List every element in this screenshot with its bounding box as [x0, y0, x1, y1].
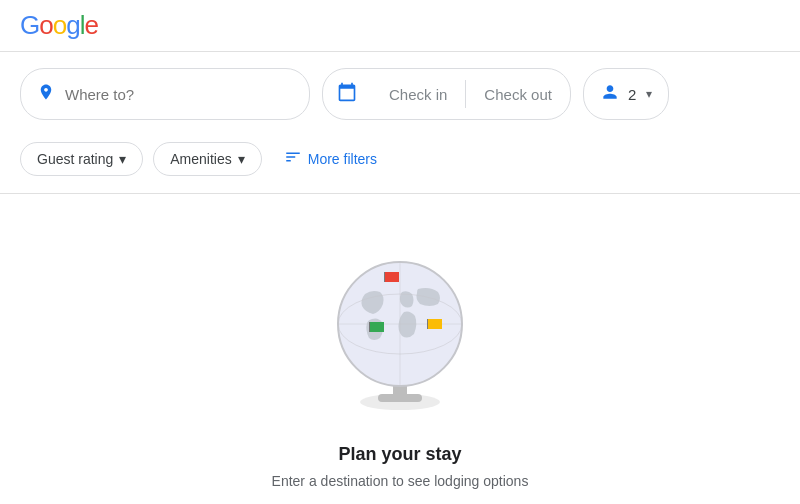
- main-content: Plan your stay Enter a destination to se…: [0, 194, 800, 489]
- plan-title: Plan your stay: [338, 444, 461, 465]
- logo-g2: g: [66, 10, 79, 41]
- filter-lines-icon: [284, 148, 302, 169]
- checkout-section[interactable]: Check out: [466, 69, 570, 119]
- more-filters-label: More filters: [308, 151, 377, 167]
- amenities-chevron-icon: ▾: [238, 151, 245, 167]
- where-input-container[interactable]: [20, 68, 310, 120]
- svg-rect-8: [385, 272, 399, 282]
- chevron-down-icon: ▾: [646, 87, 652, 101]
- checkin-section[interactable]: Check in: [371, 69, 465, 119]
- calendar-icon-section: [323, 69, 371, 119]
- logo-o2: o: [53, 10, 66, 41]
- guest-rating-label: Guest rating: [37, 151, 113, 167]
- logo-o1: o: [39, 10, 52, 41]
- header: Google: [0, 0, 800, 52]
- svg-rect-12: [428, 319, 442, 329]
- google-logo: Google: [20, 10, 98, 41]
- svg-rect-10: [370, 322, 384, 332]
- search-row: Check in Check out 2 ▾: [0, 52, 800, 136]
- amenities-button[interactable]: Amenities ▾: [153, 142, 261, 176]
- person-icon: [600, 82, 620, 107]
- checkin-field[interactable]: Check in: [371, 69, 465, 119]
- calendar-icon: [337, 82, 357, 107]
- filter-row: Guest rating ▾ Amenities ▾ More filters: [0, 136, 800, 193]
- guests-container[interactable]: 2 ▾: [583, 68, 669, 120]
- logo-g1: G: [20, 10, 39, 41]
- guest-rating-button[interactable]: Guest rating ▾: [20, 142, 143, 176]
- checkout-field[interactable]: Check out: [466, 69, 570, 119]
- svg-rect-2: [378, 394, 422, 402]
- more-filters-button[interactable]: More filters: [272, 140, 389, 177]
- plan-subtitle: Enter a destination to see lodging optio…: [272, 473, 529, 489]
- location-icon: [37, 83, 55, 106]
- guests-count: 2: [628, 86, 636, 103]
- logo-e: e: [84, 10, 97, 41]
- guest-rating-chevron-icon: ▾: [119, 151, 126, 167]
- amenities-label: Amenities: [170, 151, 231, 167]
- where-input[interactable]: [65, 86, 293, 103]
- globe-illustration: [300, 224, 500, 424]
- date-container[interactable]: Check in Check out: [322, 68, 571, 120]
